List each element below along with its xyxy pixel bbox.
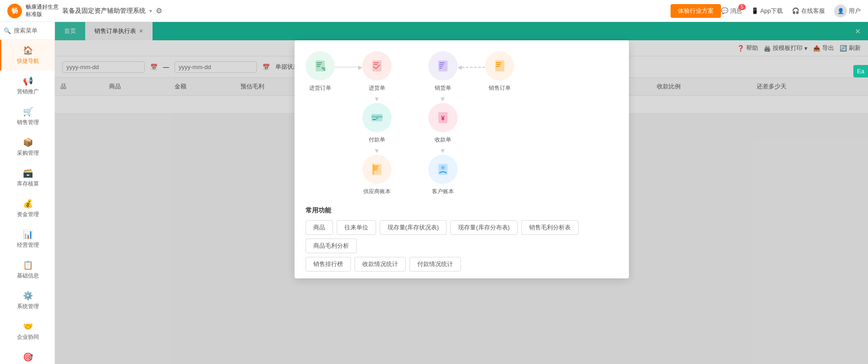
func-btn-product-gross[interactable]: 商品毛利分析 bbox=[306, 239, 357, 253]
arrow-down-supplier: ▼ bbox=[374, 147, 380, 155]
svg-rect-13 bbox=[496, 62, 502, 63]
sidebar-item-finance[interactable]: 💰 资金管理 bbox=[0, 193, 55, 224]
logo-text: 畅康通好生意 标准版 bbox=[26, 4, 59, 18]
supplier-ledger-label: 供应商账本 bbox=[363, 188, 391, 196]
flow-node-purchase-bill[interactable]: 进货单 bbox=[362, 51, 392, 92]
receipt-column: ▼ ¥ 收款单 bbox=[428, 96, 458, 144]
func-btn-stock-dist[interactable]: 现存量(库存分布表) bbox=[450, 220, 518, 235]
sidebar-item-inventory[interactable]: 🗃️ 库存核算 bbox=[0, 163, 55, 193]
func-btn-receipt-stats[interactable]: 收款情况统计 bbox=[355, 257, 406, 272]
modal-overlay[interactable]: 进货订单 ▶ bbox=[55, 22, 868, 364]
payment-icon: ¥ bbox=[362, 103, 392, 132]
sidebar-item-newbie[interactable]: 🎯 新手引导 bbox=[0, 347, 55, 364]
func-btn-stock-status[interactable]: 现存量(库存状况表) bbox=[380, 220, 447, 235]
message-badge: 5 bbox=[738, 4, 746, 10]
svg-text:¥: ¥ bbox=[375, 116, 378, 120]
flow-node-customer-ledger[interactable]: 客户账本 bbox=[428, 155, 458, 196]
svg-rect-1 bbox=[317, 62, 322, 63]
payment-column: ▼ ¥ 付款单 bbox=[362, 96, 392, 144]
svg-rect-6 bbox=[373, 64, 378, 65]
settings-icon[interactable]: ⚙ bbox=[156, 6, 162, 15]
flow-row-3: ▼ 供应商账本 bbox=[306, 147, 618, 196]
flow-diagram-container: 进货订单 ▶ bbox=[306, 51, 618, 196]
finance-icon: 💰 bbox=[23, 199, 33, 209]
home-icon: 🏠 bbox=[23, 45, 33, 55]
message-icon: 💬 bbox=[721, 7, 728, 14]
operations-icon: 📊 bbox=[23, 229, 33, 239]
svg-rect-4 bbox=[372, 60, 382, 71]
sales-icon: 🛒 bbox=[23, 107, 33, 117]
func-btn-sales-rank[interactable]: 销售排行榜 bbox=[306, 257, 351, 272]
user-avatar: 👤 bbox=[834, 5, 847, 17]
supplier-column: ▼ 供应商账本 bbox=[362, 147, 392, 196]
logo-icon: 畅 bbox=[7, 4, 22, 18]
modal-box: 进货订单 ▶ bbox=[295, 40, 629, 278]
func-btn-payment-stats[interactable]: 付款情况统计 bbox=[409, 257, 461, 272]
arrow-down-payment: ▼ bbox=[374, 96, 380, 103]
search-icon: 🔍 bbox=[4, 27, 11, 34]
user-menu[interactable]: 👤 用户 bbox=[834, 5, 861, 17]
flow-node-sales-order[interactable]: 销售订单 bbox=[485, 51, 514, 92]
flow-node-purchase-order[interactable]: 进货订单 bbox=[306, 51, 335, 92]
svg-rect-11 bbox=[439, 68, 442, 69]
system-dropdown-icon[interactable]: ▾ bbox=[149, 8, 152, 14]
svg-rect-26 bbox=[372, 164, 374, 175]
sidebar-item-quick-nav[interactable]: 🏠 快捷导航 bbox=[0, 40, 55, 71]
sidebar-item-purchase[interactable]: 📦 采购管理 bbox=[0, 132, 55, 163]
sales-bill-icon bbox=[428, 51, 458, 81]
svg-rect-5 bbox=[373, 62, 379, 63]
flow-row-2: ▼ ¥ 付款单 bbox=[306, 96, 618, 144]
sidebar-item-enterprise[interactable]: 🤝 企业协同 bbox=[0, 316, 55, 347]
func-btn-product[interactable]: 商品 bbox=[306, 220, 333, 235]
arrow-so-sb: ◀ bbox=[458, 64, 485, 71]
svg-text:¥: ¥ bbox=[441, 114, 445, 122]
svg-rect-9 bbox=[439, 64, 444, 65]
system-title: 装备及固定资产辅助管理系统 ▾ ⚙ bbox=[62, 6, 671, 15]
sidebar-item-marketing[interactable]: 📢 营销推广 bbox=[0, 71, 55, 101]
sidebar-item-basic-info[interactable]: 📋 基础信息 bbox=[0, 255, 55, 285]
arrow-po-pb: ▶ bbox=[335, 64, 362, 71]
sidebar: 🔍 搜索菜单 🏠 快捷导航 📢 营销推广 🛒 销售管理 📦 采购管理 🗃️ 库存… bbox=[0, 22, 55, 364]
func-btn-sales-gross[interactable]: 销售毛利分析表 bbox=[521, 220, 579, 235]
basic-info-icon: 📋 bbox=[23, 260, 33, 270]
sidebar-search[interactable]: 🔍 搜索菜单 bbox=[0, 22, 55, 40]
marketing-icon: 📢 bbox=[23, 76, 33, 86]
message-btn[interactable]: 💬 消息 5 bbox=[721, 7, 742, 15]
sidebar-item-sales[interactable]: 🛒 销售管理 bbox=[0, 101, 55, 132]
svg-rect-14 bbox=[496, 64, 501, 65]
flow-row-1: 进货订单 ▶ bbox=[306, 51, 618, 92]
svg-rect-3 bbox=[317, 66, 320, 67]
func-btn-counterparty[interactable]: 往来单位 bbox=[337, 220, 376, 235]
flow-node-supplier-ledger[interactable]: 供应商账本 bbox=[362, 155, 392, 196]
sales-order-icon bbox=[485, 51, 514, 81]
ea-badge[interactable]: Ea bbox=[853, 65, 868, 77]
sidebar-item-system[interactable]: ⚙️ 系统管理 bbox=[0, 285, 55, 316]
svg-point-28 bbox=[441, 166, 445, 169]
app-download-btn[interactable]: 📱 App下载 bbox=[751, 7, 783, 15]
phone-icon: 📱 bbox=[751, 7, 759, 14]
online-service-btn[interactable]: 🎧 在线客服 bbox=[792, 7, 825, 15]
flow-node-receipt[interactable]: ¥ 收款单 bbox=[428, 103, 458, 144]
arrow-down-receipt: ▼ bbox=[440, 96, 446, 103]
sidebar-item-operations[interactable]: 📊 经营管理 bbox=[0, 224, 55, 255]
svg-rect-2 bbox=[317, 64, 321, 65]
flow-node-sales-bill[interactable]: 销货单 bbox=[428, 51, 458, 92]
sales-order-label: 销售订单 bbox=[489, 84, 511, 92]
system-icon: ⚙️ bbox=[23, 291, 33, 301]
supplier-ledger-icon bbox=[362, 155, 392, 184]
customer-column: ▼ 客户账本 bbox=[428, 147, 458, 196]
headset-icon: 🎧 bbox=[792, 7, 799, 14]
purchase-bill-icon bbox=[362, 51, 392, 81]
receipt-icon: ¥ bbox=[428, 103, 458, 132]
receipt-label: 收款单 bbox=[435, 136, 451, 144]
arrow-down-customer: ▼ bbox=[440, 147, 446, 155]
purchase-order-label: 进货订单 bbox=[309, 84, 331, 92]
svg-rect-10 bbox=[439, 66, 443, 67]
logo-area: 畅 畅康通好生意 标准版 bbox=[7, 4, 62, 18]
purchase-order-icon bbox=[306, 51, 335, 81]
purchase-icon: 📦 bbox=[23, 137, 33, 147]
experience-btn[interactable]: 体验行业方案 bbox=[671, 4, 721, 18]
common-functions-title: 常用功能 bbox=[306, 206, 618, 215]
common-functions: 常用功能 商品 往来单位 现存量(库存状况表) 现存量(库存分布表) 销售毛利分… bbox=[306, 206, 618, 272]
flow-node-payment[interactable]: ¥ 付款单 bbox=[362, 103, 392, 144]
